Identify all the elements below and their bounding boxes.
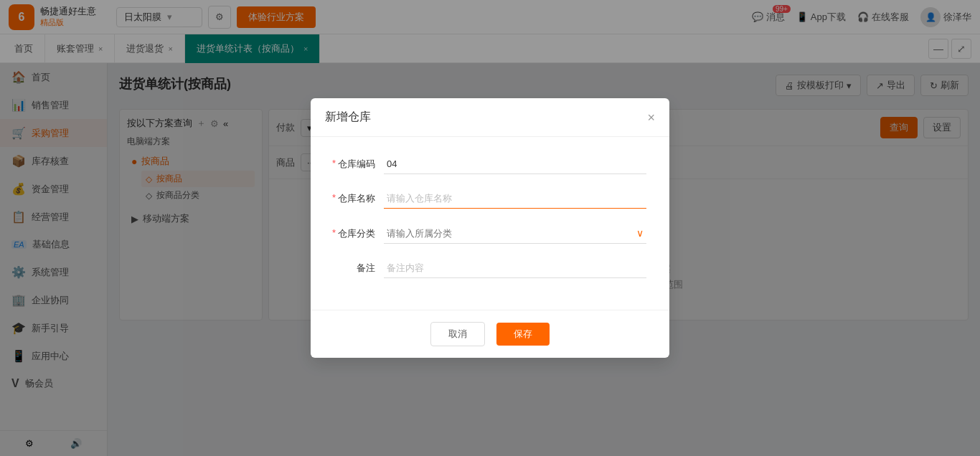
save-button[interactable]: 保存 [496, 323, 550, 346]
note-label: 备注 [334, 262, 384, 275]
chevron-down-icon: ∨ [636, 227, 644, 239]
cancel-button[interactable]: 取消 [430, 322, 485, 346]
modal-title: 新增仓库 [325, 110, 371, 125]
new-warehouse-modal: 新增仓库 × 仓库编码 仓库名称 仓库分类 ∨ [311, 98, 669, 358]
form-row-note: 备注 [334, 258, 646, 278]
form-row-name: 仓库名称 [334, 189, 646, 209]
modal-footer: 取消 保存 [311, 310, 669, 358]
form-row-category: 仓库分类 ∨ [334, 223, 646, 244]
modal-close-button[interactable]: × [647, 111, 655, 124]
modal-header: 新增仓库 × [311, 98, 669, 137]
category-select-wrap[interactable]: ∨ [384, 223, 646, 244]
code-input[interactable] [384, 154, 646, 174]
code-label: 仓库编码 [334, 158, 384, 171]
note-input[interactable] [384, 258, 646, 278]
form-row-code: 仓库编码 [334, 154, 646, 174]
modal-body: 仓库编码 仓库名称 仓库分类 ∨ 备注 [311, 137, 669, 310]
name-label: 仓库名称 [334, 192, 384, 205]
category-input[interactable] [387, 228, 636, 239]
name-input[interactable] [384, 189, 646, 209]
modal-overlay: 新增仓库 × 仓库编码 仓库名称 仓库分类 ∨ [0, 0, 980, 456]
category-label: 仓库分类 [334, 227, 384, 240]
